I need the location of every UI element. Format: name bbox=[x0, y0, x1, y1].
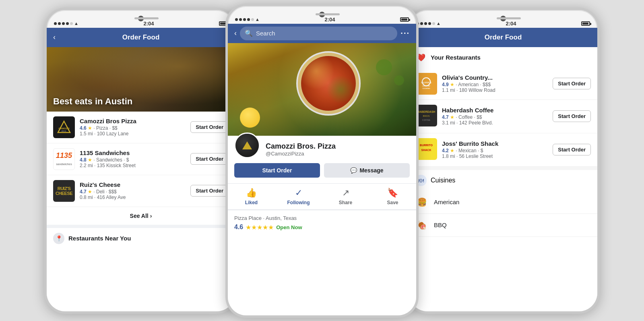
search-icon: 🔍 bbox=[245, 29, 253, 37]
start-order-button[interactable]: Start Order bbox=[553, 78, 591, 89]
dot2 bbox=[420, 22, 423, 25]
olivia-logo: OLIVIA'S COUNTRY COOKING bbox=[415, 73, 437, 95]
restaurant-addr: 1.5 mi · 100 Lazy Lane bbox=[80, 131, 186, 137]
start-order-button[interactable]: Start Order bbox=[553, 144, 591, 155]
section-title: Restaurants Near You bbox=[68, 235, 131, 242]
cuisine-bbq[interactable]: 🍖 BBQ bbox=[409, 214, 597, 237]
liked-item[interactable]: 👍 Liked bbox=[228, 188, 275, 205]
list-item[interactable]: CAMOZZI BROS. Camozzi Bros Pizza 4.6 ★ ·… bbox=[47, 112, 235, 143]
status-bar-left: ▲ 2:04 bbox=[47, 18, 235, 28]
cuisine-american[interactable]: 🍔 American bbox=[409, 191, 597, 214]
dot4 bbox=[428, 22, 431, 25]
list-item[interactable]: OLIVIA'S COUNTRY COOKING Olivia's Countr… bbox=[409, 68, 597, 100]
restaurant-meta: 4.7 ★ · Deli · $$$ bbox=[80, 189, 186, 195]
share-item[interactable]: ↗ Share bbox=[322, 188, 369, 205]
message-label: Message bbox=[359, 167, 383, 174]
list-item[interactable]: BURRITO SHACK Joss' Burrito Shack 4.2 ★ … bbox=[409, 133, 597, 167]
location-icon: 📍 bbox=[53, 233, 64, 244]
restaurant-name: 1135 Sandwiches bbox=[80, 149, 186, 156]
list-item[interactable]: 1135sandwiches 1135 Sandwiches 4.8 ★ · S… bbox=[47, 143, 235, 175]
dot3 bbox=[424, 22, 427, 25]
cuisines-section: 🍽 Cuisines 🍔 American 🍖 BBQ bbox=[409, 167, 597, 237]
topping1 bbox=[376, 59, 392, 75]
time-right: 2:04 bbox=[506, 21, 516, 27]
list-item[interactable]: HABERDASH BROS COFFEE Haberdash Coffee 4… bbox=[409, 100, 597, 133]
more-options-icon[interactable]: ··· bbox=[400, 29, 410, 38]
time-center: 2:04 bbox=[324, 17, 335, 23]
dot2 bbox=[239, 18, 242, 21]
liked-icon: 👍 bbox=[246, 188, 257, 198]
start-order-button[interactable]: Start Order bbox=[190, 153, 229, 165]
rating-value: 4.6 bbox=[234, 224, 243, 231]
hero-text-left: Best eats in Austin bbox=[53, 96, 132, 107]
lemon-visual bbox=[240, 108, 260, 128]
pizza-visual bbox=[296, 51, 361, 116]
restaurant-info-camozzi: Camozzi Bros Pizza 4.6 ★ · Pizza · $$ 1.… bbox=[80, 118, 186, 137]
save-label: Save bbox=[387, 200, 398, 205]
svg-text:SHACK: SHACK bbox=[421, 149, 431, 151]
messenger-icon: 💬 bbox=[350, 167, 357, 174]
camozzi-logo-svg: CAMOZZI BROS. bbox=[55, 118, 73, 137]
nav-bar-center: ‹ 🔍 Search ··· bbox=[228, 24, 416, 43]
nav-bar-left: ‹ Order Food bbox=[47, 28, 235, 47]
haberdash-logo-svg: HABERDASH BROS COFFEE bbox=[415, 105, 437, 126]
message-button[interactable]: 💬 Message bbox=[324, 163, 410, 178]
svg-text:BURRITO: BURRITO bbox=[420, 144, 433, 147]
restaurant-name: Haberdash Coffee bbox=[442, 107, 548, 114]
restaurant-name-area: Camozzi Bros. Pizza @CamozziPizza bbox=[266, 142, 336, 157]
see-all-link[interactable]: See All › bbox=[47, 207, 235, 225]
share-icon: ↗ bbox=[342, 188, 349, 198]
screen-right: ‹ Order Food ❤️ Your Restaurants OLIVIA'… bbox=[409, 28, 597, 311]
svg-rect-4 bbox=[417, 75, 436, 93]
signal-dots-center: ▲ bbox=[235, 17, 260, 22]
svg-text:BROS.: BROS. bbox=[62, 130, 67, 132]
start-order-button[interactable]: Start Order bbox=[553, 110, 591, 122]
dot5 bbox=[70, 22, 73, 25]
following-item[interactable]: ✓ Following bbox=[275, 188, 322, 205]
olivia-logo-svg: OLIVIA'S COUNTRY COOKING bbox=[417, 75, 436, 93]
save-item[interactable]: 🔖 Save bbox=[369, 188, 416, 205]
wifi-center: ▲ bbox=[255, 17, 260, 22]
svg-text:COOKING: COOKING bbox=[422, 87, 430, 89]
start-order-button[interactable]: Start Order bbox=[190, 121, 229, 133]
dot4 bbox=[66, 22, 69, 25]
pizza-plate bbox=[296, 51, 361, 116]
restaurant-meta: 4.7 ★ · Coffee · $$ bbox=[442, 114, 548, 120]
back-button-center[interactable]: ‹ bbox=[234, 29, 237, 37]
dot3 bbox=[62, 22, 65, 25]
engagement-bar: 👍 Liked ✓ Following ↗ Share 🔖 Save bbox=[228, 183, 416, 210]
start-order-button-center[interactable]: Start Order bbox=[234, 163, 320, 178]
restaurant-cover-image bbox=[228, 43, 416, 136]
burrito-logo-svg: BURRITO SHACK bbox=[415, 138, 437, 160]
restaurant-meta: 4.2 ★ · Mexican · $ bbox=[442, 148, 548, 153]
haberdash-logo: HABERDASH BROS COFFEE bbox=[415, 105, 437, 128]
restaurants-near-you-header: 📍 Restaurants Near You bbox=[47, 225, 235, 249]
restaurant-meta: 4.6 ★ · Pizza · $$ bbox=[80, 125, 186, 131]
battery-area-center bbox=[400, 17, 409, 22]
dot4 bbox=[247, 18, 250, 21]
dot3 bbox=[243, 18, 246, 21]
restaurant-addr: 1.8 mi · 56 Leslie Street bbox=[442, 153, 548, 159]
restaurant-meta: 4.9 ★ · American · $$$ bbox=[442, 82, 548, 87]
camozzi-logo: CAMOZZI BROS. bbox=[53, 116, 75, 138]
back-button-left[interactable]: ‹ bbox=[53, 33, 56, 41]
search-text: Search bbox=[256, 30, 275, 37]
start-order-button[interactable]: Start Order bbox=[190, 185, 229, 197]
restaurant-info-sandwiches: 1135 Sandwiches 4.8 ★ · Sandwiches · $ 2… bbox=[80, 149, 186, 168]
search-bar-center[interactable]: 🔍 Search bbox=[240, 27, 397, 40]
hero-image-left: Best eats in Austin bbox=[47, 47, 235, 112]
your-restaurants-header: ❤️ Your Restaurants bbox=[409, 47, 597, 68]
phone-right: ▲ 2:04 ‹ Order Food ❤️ Your Restaurants bbox=[407, 8, 600, 314]
svg-text:HABERDASH: HABERDASH bbox=[417, 110, 436, 113]
ruiz-logo: RUIZ'SCHEESE bbox=[56, 186, 72, 196]
restaurant-addr: 2.2 mi · 135 Kissick Street bbox=[80, 163, 186, 168]
restaurant-handle: @CamozziPizza bbox=[266, 151, 336, 157]
following-label: Following bbox=[287, 200, 310, 205]
open-now-status: Open Now bbox=[276, 224, 302, 230]
restaurant-details: Pizza Place · Austin, Texas 4.6 ★★★★★ Op… bbox=[228, 210, 416, 236]
svg-text:COUNTRY: COUNTRY bbox=[422, 85, 430, 87]
list-item[interactable]: RUIZ'SCHEESE Ruiz's Cheese 4.7 ★ · Deli … bbox=[47, 175, 235, 207]
wifi-right: ▲ bbox=[436, 21, 441, 26]
screen-left: ‹ Order Food Best eats in Austin CAMOZZI bbox=[47, 28, 235, 311]
screen-center: ‹ 🔍 Search ··· bbox=[228, 24, 416, 315]
